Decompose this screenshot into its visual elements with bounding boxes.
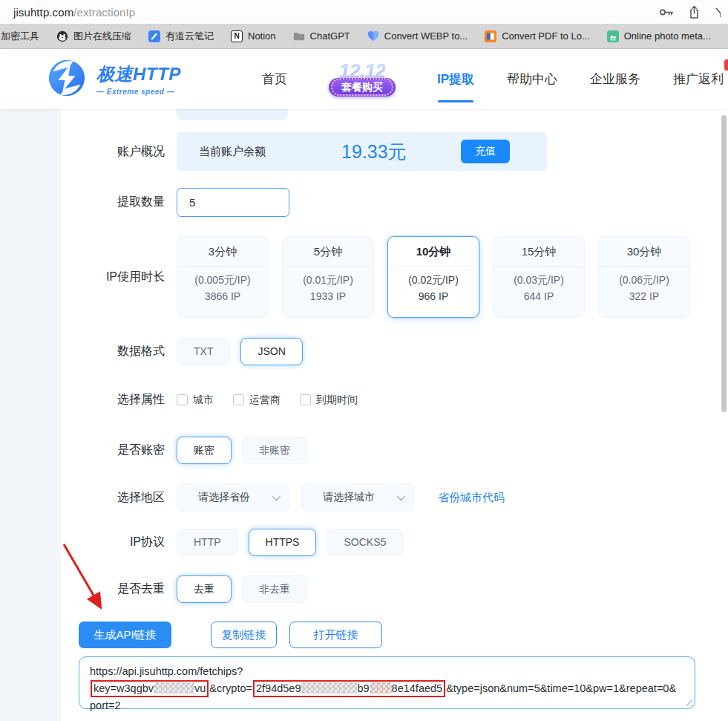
bookmark-label: ChatGPT	[310, 30, 350, 42]
promo-12-12-badge[interactable]: 12.12 套餐购买	[320, 62, 404, 97]
checkbox-icon[interactable]	[233, 394, 244, 405]
nav-ip-extract[interactable]: IP提取	[437, 71, 474, 88]
duration-price: (0.06元/IP)	[619, 274, 669, 287]
notion-icon: N	[231, 30, 243, 42]
api-url-key-prefix: key=w3qgbv	[94, 682, 154, 694]
city-placeholder: 请选择城市	[323, 491, 375, 504]
attribute-carrier[interactable]: 运营商	[233, 394, 281, 407]
province-select[interactable]: 请选择省份	[177, 483, 289, 512]
checkbox-icon[interactable]	[300, 394, 311, 405]
protocol-row: IP协议 HTTP HTTPS SOCKS5	[70, 529, 728, 556]
protocol-option-http[interactable]: HTTP	[177, 529, 238, 556]
format-row: 数据格式 TXT JSON	[70, 338, 728, 365]
divider	[388, 266, 479, 267]
nav-home[interactable]: 首页	[262, 71, 287, 88]
attributes-label: 选择属性	[70, 392, 165, 408]
bookmark-label: Convert WEBP to...	[384, 30, 468, 42]
nav-enterprise[interactable]: 企业服务	[590, 71, 640, 88]
duration-name: 5分钟	[314, 237, 342, 266]
password-key-icon[interactable]	[659, 7, 674, 17]
quantity-input[interactable]	[177, 188, 289, 217]
duration-name: 30分钟	[627, 237, 662, 266]
bookmark-encrypt-tool[interactable]: 加密工具	[1, 30, 39, 43]
bookmarks-bar: 加密工具 图片在线压缩 有道云笔记	[0, 24, 728, 49]
bookmark-photo-meta[interactable]: Online photo meta...	[607, 30, 711, 42]
bookmark-notion[interactable]: N Notion	[231, 30, 276, 42]
attribute-expiry[interactable]: 到期时间	[300, 394, 358, 407]
share-icon[interactable]	[689, 5, 700, 19]
screen: jisuhttp.com/extractionIp	[0, 0, 728, 721]
attribute-label: 运营商	[249, 394, 281, 407]
api-url-crypto-p1: 2f94d5e9	[256, 682, 301, 694]
protocol-option-https[interactable]: HTTPS	[249, 529, 317, 556]
brand-name: 极速HTTP	[96, 62, 181, 86]
api-url-line1: https://api.jisuhttp.com/fetchips?	[90, 665, 243, 677]
duration-option-10min[interactable]: 10分钟 (0.02元/IP) 966 IP	[387, 236, 479, 318]
site-logo[interactable]: 极速HTTP — Extreme speed —	[46, 57, 181, 102]
address-bar[interactable]: jisuhttp.com/extractionIp	[13, 6, 135, 19]
protocol-option-socks5[interactable]: SOCKS5	[327, 529, 403, 556]
api-url-line3: port=2	[90, 699, 121, 711]
dedup-option-yes[interactable]: 去重	[177, 575, 232, 603]
recharge-button[interactable]: 充值	[461, 140, 510, 163]
format-label: 数据格式	[70, 344, 165, 359]
bookmark-label: 加密工具	[1, 30, 39, 43]
api-url-tail: &type=json&num=5&time=10&pw=1&repeat=0&	[446, 682, 676, 694]
chevron-down-icon	[397, 492, 405, 500]
bookmark-image-compress[interactable]: 图片在线压缩	[56, 30, 131, 43]
duration-count: 1933 IP	[310, 290, 346, 302]
attributes-row: 选择属性 城市 运营商 到期时间	[70, 392, 728, 408]
bookmark-convert-webp[interactable]: Convert WEBP to...	[367, 30, 468, 42]
pixelated-redaction	[154, 682, 194, 694]
textarea-resize-handle[interactable]	[684, 698, 692, 706]
account-overview-row: 账户概况 当前账户余额 19.33元 充值	[70, 132, 728, 171]
duration-count: 3866 IP	[205, 290, 240, 302]
folder-icon	[293, 30, 305, 42]
duration-name: 10分钟	[416, 237, 451, 266]
bookmark-convert-pdf[interactable]: Convert PDF to Lo...	[485, 30, 590, 42]
bookmark-chatgpt-folder[interactable]: ChatGPT	[293, 30, 350, 42]
checkbox-icon[interactable]	[177, 394, 188, 405]
site-header: 极速HTTP — Extreme speed — 首页 12.12 套餐购买 I…	[0, 49, 728, 109]
bookmark-label: 图片在线压缩	[73, 30, 131, 43]
duration-option-15min[interactable]: 15分钟 (0.03元/IP) 644 IP	[493, 236, 585, 318]
brand-tagline: — Extreme speed —	[96, 88, 181, 96]
divider	[283, 266, 373, 267]
auth-option-credentials[interactable]: 账密	[177, 437, 232, 464]
photo-meta-icon	[607, 30, 619, 42]
nav-referral[interactable]: 推广返利	[673, 71, 724, 88]
auth-option-no-credentials[interactable]: 非账密	[242, 437, 307, 464]
api-url-textarea[interactable]: https://api.jisuhttp.com/fetchips? key=w…	[79, 656, 695, 709]
attribute-city[interactable]: 城市	[177, 394, 214, 407]
province-placeholder: 请选择省份	[198, 491, 250, 504]
bookmark-youdao-note[interactable]: 有道云笔记	[148, 30, 214, 43]
duration-option-5min[interactable]: 5分钟 (0.01元/IP) 1933 IP	[282, 236, 374, 318]
nav-help-center[interactable]: 帮助中心	[507, 71, 557, 88]
account-overview-label: 账户概况	[70, 144, 165, 160]
url-path: /extractionIp	[73, 6, 135, 19]
divider	[493, 266, 584, 267]
open-link-button[interactable]: 打开链接	[289, 622, 382, 648]
duration-count: 322 IP	[629, 290, 659, 302]
format-option-json[interactable]: JSON	[240, 338, 302, 365]
clipped-toolbar-icon[interactable]	[715, 6, 721, 18]
format-option-txt[interactable]: TXT	[177, 338, 230, 365]
duration-option-3min[interactable]: 3分钟 (0.005元/IP) 3866 IP	[177, 236, 269, 318]
bookmark-label: 有道云笔记	[165, 30, 214, 43]
duration-row: IP使用时长 3分钟 (0.005元/IP) 3866 IP 5分钟 (0.01…	[70, 236, 728, 318]
city-select[interactable]: 请选择城市	[301, 483, 414, 512]
duration-count: 644 IP	[524, 290, 554, 302]
auth-label: 是否账密	[70, 443, 165, 458]
dedup-option-no[interactable]: 非去重	[242, 575, 307, 603]
bookmark-label: Notion	[248, 30, 276, 42]
region-row: 选择地区 请选择省份 请选择城市 省份城市代码	[70, 483, 728, 512]
duration-price: (0.02元/IP)	[408, 274, 459, 287]
actions-row: 生成API链接 复制链接 打开链接	[79, 622, 728, 648]
copy-link-button[interactable]: 复制链接	[211, 622, 277, 648]
generate-api-link-button[interactable]: 生成API链接	[79, 622, 171, 648]
province-city-code-link[interactable]: 省份城市代码	[438, 491, 505, 505]
balance-label: 当前账户余额	[199, 145, 266, 159]
redaction-highlight-crypto: 2f94d5e9b98e14faed5	[253, 680, 445, 697]
extraction-page: 账户概况 当前账户余额 19.33元 充值 提取数量 IP使用时长 3分钟	[0, 109, 728, 721]
duration-option-30min[interactable]: 30分钟 (0.06元/IP) 322 IP	[598, 236, 690, 318]
